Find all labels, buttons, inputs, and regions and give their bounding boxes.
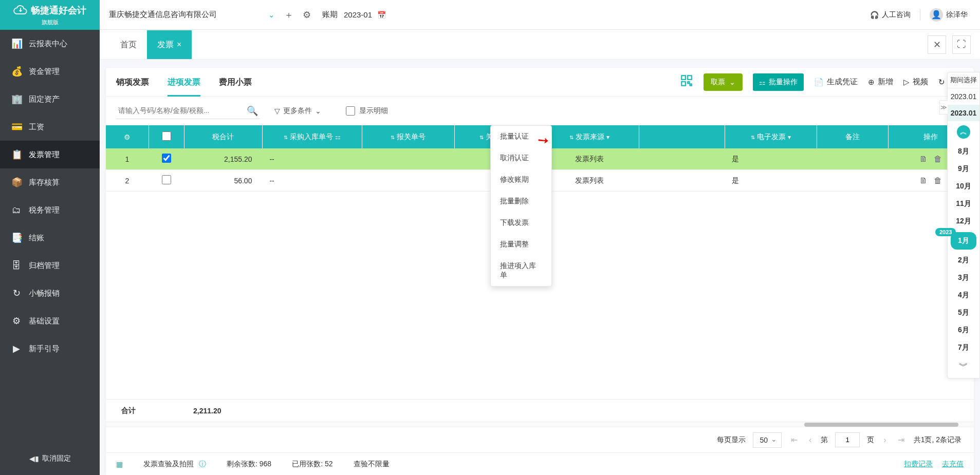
divider (920, 9, 920, 21)
period-value: 2023-01 (344, 10, 372, 19)
user-menu[interactable]: 👤 徐泽华 (930, 8, 968, 22)
gear-icon[interactable]: ⚙ (303, 9, 311, 21)
period-label: 账期 (322, 10, 338, 20)
calendar-icon[interactable]: 📅 (377, 11, 386, 19)
app-name: 畅捷通好会计 (31, 4, 86, 16)
headset-icon: 🎧 (870, 11, 879, 19)
logo-block: 畅捷通好会计 旗舰版 (0, 0, 100, 30)
edition-label: 旗舰版 (42, 18, 59, 26)
company-name: 重庆畅捷交通信息咨询有限公司 (109, 10, 217, 20)
consult-link[interactable]: 🎧 人工咨询 (870, 10, 911, 20)
plus-icon[interactable]: ＋ (284, 9, 293, 21)
cloud-icon (13, 3, 28, 17)
company-selector[interactable]: 重庆畅捷交通信息咨询有限公司 ⌄ (109, 10, 275, 20)
user-name: 徐泽华 (946, 10, 968, 20)
consult-label: 人工咨询 (882, 10, 911, 20)
app-header: 畅捷通好会计 旗舰版 重庆畅捷交通信息咨询有限公司 ⌄ ＋ ⚙ 账期 2023-… (0, 0, 980, 30)
avatar: 👤 (930, 8, 943, 22)
chevron-down-icon: ⌄ (268, 10, 275, 20)
